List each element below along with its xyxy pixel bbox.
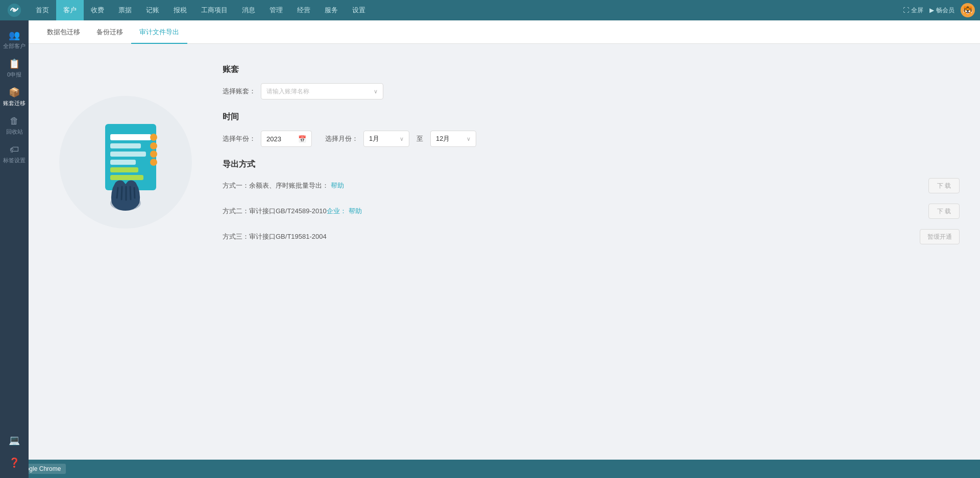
method-3-open-button[interactable]: 暂缓开通 xyxy=(920,229,960,244)
nav-billing[interactable]: 收费 xyxy=(84,0,111,20)
fullscreen-button[interactable]: ⛶ 全屏 xyxy=(903,6,923,15)
sidebar-label-recycle: 回收站 xyxy=(6,128,23,136)
sidebar-help-icon[interactable]: ❓ xyxy=(0,452,29,473)
year-input[interactable]: 2023 📅 xyxy=(261,131,312,147)
fullscreen-label: 全屏 xyxy=(911,6,923,15)
sidebar-bottom: 💻 ❓ xyxy=(0,430,29,478)
nav-settings[interactable]: 设置 xyxy=(345,0,373,20)
year-value: 2023 xyxy=(266,135,281,143)
nav-business[interactable]: 工商项目 xyxy=(194,0,235,20)
method-1-text: 方式一：余额表、序时账批量导出： xyxy=(223,182,329,189)
nav-bookkeeping[interactable]: 记账 xyxy=(139,0,166,20)
account-row: 选择账套： 请输入账簿名称 ∨ xyxy=(223,83,960,99)
sidebar-label-customers: 全部客户 xyxy=(3,42,26,50)
method-2-download-button[interactable]: 下 载 xyxy=(928,204,960,219)
svg-rect-4 xyxy=(110,143,141,148)
fullscreen-icon: ⛶ xyxy=(903,7,909,14)
month-end-value: 12月 xyxy=(436,134,450,143)
time-section-title: 时间 xyxy=(223,112,960,122)
sidebar-item-all-customers[interactable]: 👥 全部客户 xyxy=(0,26,29,54)
recycle-icon: 🗑 xyxy=(10,116,19,127)
nav-services[interactable]: 服务 xyxy=(317,0,345,20)
nav-right-section: ⛶ 全屏 ▶ 畅会员 🐯 xyxy=(903,3,975,17)
svg-rect-11 xyxy=(110,167,138,172)
illustration-circle xyxy=(59,96,192,229)
nav-messages[interactable]: 消息 xyxy=(235,0,262,20)
method-1-download-button[interactable]: 下 载 xyxy=(928,178,960,193)
year-label: 选择年份： xyxy=(223,134,256,143)
svg-rect-3 xyxy=(110,134,151,140)
account-label: 选择账套： xyxy=(223,87,256,96)
sidebar-item-account-migration[interactable]: 📦 账套迁移 xyxy=(0,83,29,111)
page-content: 账套 选择账套： 请输入账簿名称 ∨ 时间 选择年份： 2023 📅 选择月份：… xyxy=(29,44,980,270)
sidebar-label-migration: 账套迁移 xyxy=(3,99,26,107)
customers-icon: 👥 xyxy=(9,30,20,41)
nav-invoices[interactable]: 票据 xyxy=(111,0,139,20)
month-start-select[interactable]: 1月 ∨ xyxy=(363,131,409,147)
calendar-icon: 📅 xyxy=(298,135,306,143)
export-method-2: 方式二：审计接口GB/T24589-2010企业：帮助 下 载 xyxy=(223,204,960,219)
export-section-title: 导出方式 xyxy=(223,159,960,170)
to-label: 至 xyxy=(414,134,425,143)
illustration-svg xyxy=(77,109,174,216)
illustration-area xyxy=(49,59,202,255)
sidebar-label-tags: 标签设置 xyxy=(3,157,26,164)
nav-tax[interactable]: 报税 xyxy=(166,0,194,20)
nav-customers[interactable]: 客户 xyxy=(56,0,84,20)
method-1-help[interactable]: 帮助 xyxy=(331,182,344,189)
method-2-company[interactable]: 企业： xyxy=(327,207,347,215)
app-logo[interactable] xyxy=(5,1,23,19)
nav-operations[interactable]: 经营 xyxy=(290,0,317,20)
account-section-title: 账套 xyxy=(223,64,960,75)
nav-menu: 首页 客户 收费 票据 记账 报税 工商项目 消息 管理 经营 服务 设置 xyxy=(29,0,903,20)
svg-rect-5 xyxy=(110,152,146,157)
svg-rect-2 xyxy=(105,124,156,190)
svg-point-1 xyxy=(13,9,16,12)
tabs-bar: 数据包迁移 备份迁移 审计文件导出 xyxy=(29,20,980,44)
month-end-select[interactable]: 12月 ∨ xyxy=(430,131,476,147)
sidebar-item-zero-declaration[interactable]: 📋 0申报 xyxy=(0,54,29,83)
sidebar-computer-icon[interactable]: 💻 xyxy=(0,430,29,450)
main-content: 数据包迁移 备份迁移 审计文件导出 xyxy=(29,20,980,478)
account-dropdown-icon: ∨ xyxy=(374,88,378,95)
member-button[interactable]: ▶ 畅会员 xyxy=(929,6,954,15)
migration-icon: 📦 xyxy=(9,87,20,98)
svg-point-8 xyxy=(150,142,157,149)
method-2-help[interactable]: 帮助 xyxy=(349,207,362,215)
time-row: 选择年份： 2023 📅 选择月份： 1月 ∨ 至 12月 ∨ xyxy=(223,131,960,147)
export-method-1: 方式一：余额表、序时账批量导出：帮助 下 载 xyxy=(223,178,960,193)
tab-audit-export[interactable]: 审计文件导出 xyxy=(131,21,187,44)
taskbar: 47 Google Chrome xyxy=(0,460,980,478)
sidebar-label-declaration: 0申报 xyxy=(7,71,21,79)
month-start-value: 1月 xyxy=(369,134,379,143)
svg-point-9 xyxy=(150,150,157,158)
svg-rect-6 xyxy=(110,160,136,165)
method-2-label: 方式二：审计接口GB/T24589-2010企业：帮助 xyxy=(223,207,928,216)
method-1-label: 方式一：余额表、序时账批量导出：帮助 xyxy=(223,181,928,190)
declaration-icon: 📋 xyxy=(9,58,20,69)
export-method-3: 方式三：审计接口GB/T19581-2004 暂缓开通 xyxy=(223,229,960,244)
svg-point-7 xyxy=(150,134,157,141)
sidebar-item-tag-settings[interactable]: 🏷 标签设置 xyxy=(0,140,29,168)
tab-data-migration[interactable]: 数据包迁移 xyxy=(39,21,88,44)
svg-point-10 xyxy=(150,159,157,166)
month-label: 选择月份： xyxy=(325,134,358,143)
play-icon: ▶ xyxy=(929,7,934,14)
svg-rect-12 xyxy=(110,175,143,180)
method-2-text: 方式二：审计接口GB/T24589-2010 xyxy=(223,207,327,215)
member-label: 畅会员 xyxy=(936,6,954,15)
tab-backup-migration[interactable]: 备份迁移 xyxy=(88,21,131,44)
month-end-dropdown-icon: ∨ xyxy=(467,136,471,142)
account-select[interactable]: 请输入账簿名称 ∨ xyxy=(261,83,383,99)
month-start-dropdown-icon: ∨ xyxy=(400,136,404,142)
top-navigation: 首页 客户 收费 票据 记账 报税 工商项目 消息 管理 经营 服务 设置 ⛶ … xyxy=(0,0,980,20)
sidebar-item-recycle[interactable]: 🗑 回收站 xyxy=(0,111,29,140)
form-area: 账套 选择账套： 请输入账簿名称 ∨ 时间 选择年份： 2023 📅 选择月份：… xyxy=(223,59,960,255)
left-sidebar: 👥 全部客户 📋 0申报 📦 账套迁移 🗑 回收站 🏷 标签设置 💻 ❓ xyxy=(0,20,29,478)
method-3-label: 方式三：审计接口GB/T19581-2004 xyxy=(223,232,920,241)
tag-icon: 🏷 xyxy=(10,144,19,155)
nav-home[interactable]: 首页 xyxy=(29,0,56,20)
nav-management[interactable]: 管理 xyxy=(262,0,290,20)
account-placeholder: 请输入账簿名称 xyxy=(266,87,309,96)
user-avatar[interactable]: 🐯 xyxy=(961,3,975,17)
